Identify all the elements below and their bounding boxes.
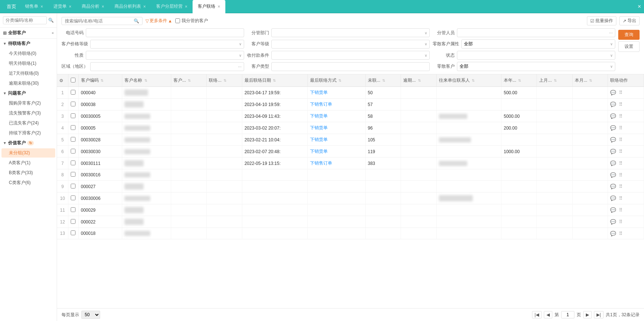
filter-person-select[interactable]: ··· (457, 28, 615, 37)
filter-level-select[interactable]: ∨ (271, 40, 430, 49)
more-icon[interactable]: ⠿ (619, 184, 623, 189)
more-icon[interactable]: ⠿ (619, 219, 623, 225)
tab-close-segment[interactable]: × (185, 4, 187, 9)
contact-icon[interactable]: 💬 (610, 160, 616, 166)
page-number-input[interactable] (561, 311, 574, 318)
tab-sales-order[interactable]: 销售单 × (20, 0, 48, 13)
sidebar-item-today[interactable]: 今天待联络(0) (1, 49, 55, 58)
filter-payment-select[interactable]: ∨ (271, 51, 430, 60)
filter-dept-select[interactable]: ∨ (271, 28, 430, 37)
sidebar-item-class-c[interactable]: C类客户(6) (1, 178, 55, 187)
more-icon[interactable]: ⠿ (619, 125, 623, 131)
reset-button[interactable]: 设置 (618, 41, 640, 52)
tab-customer-segment[interactable]: 客户分层经营 × (151, 0, 193, 13)
batch-operation-btn[interactable]: ☑ 批量操作 (587, 16, 616, 25)
settings-icon[interactable]: ⚙ (59, 78, 63, 83)
filter-attr-select[interactable]: 全部 ∨ (461, 39, 615, 49)
row-select-checkbox[interactable] (71, 219, 75, 224)
prev-page-btn[interactable]: ◀ (544, 311, 552, 318)
row-select-checkbox[interactable] (71, 125, 75, 130)
tab-product-analysis-list[interactable]: 商品分析列表 × (109, 0, 151, 13)
row-select-checkbox[interactable] (71, 90, 75, 95)
contact-icon[interactable]: 💬 (610, 113, 616, 119)
contact-icon[interactable]: 💬 (610, 184, 616, 189)
more-icon[interactable]: ⠿ (619, 113, 623, 119)
contact-method-link[interactable]: 下销货单 (310, 125, 328, 130)
filter-price-select[interactable]: ∨ (90, 40, 244, 49)
sidebar-search-icon[interactable]: 🔍 (48, 18, 54, 23)
contact-icon[interactable]: 💬 (610, 219, 616, 225)
search-icon[interactable]: 🔍 (134, 18, 139, 24)
first-page-btn[interactable]: |◀ (532, 311, 542, 318)
row-select-checkbox[interactable] (71, 102, 75, 106)
select-all-checkbox[interactable] (71, 78, 75, 82)
more-icon[interactable]: ⠿ (619, 195, 623, 201)
contact-icon[interactable]: 💬 (610, 149, 616, 154)
my-customers-check[interactable] (175, 18, 180, 23)
contact-icon[interactable]: 💬 (610, 195, 616, 201)
sidebar-item-abnormal[interactable]: 囤购异常客户(2) (1, 99, 55, 108)
more-icon[interactable]: ⠿ (619, 160, 623, 166)
more-icon[interactable]: ⠿ (619, 149, 623, 154)
contact-method-link[interactable]: 下销售订单 (310, 160, 332, 166)
sidebar-item-declining[interactable]: 持续下滑客户(2) (1, 128, 55, 138)
row-select-checkbox[interactable] (71, 184, 75, 188)
more-icon[interactable]: ⠿ (619, 231, 623, 236)
my-customers-checkbox[interactable]: 我分管的客户 (175, 18, 208, 24)
tab-close-contact[interactable]: × (218, 4, 220, 9)
contact-icon[interactable]: 💬 (610, 172, 616, 178)
tab-close-purchase[interactable]: × (69, 4, 71, 9)
contact-icon[interactable]: 💬 (610, 231, 616, 236)
contact-icon[interactable]: 💬 (610, 90, 616, 95)
tab-close-product-list[interactable]: × (143, 4, 146, 9)
filter-status-select[interactable]: ∨ (457, 51, 615, 60)
sidebar-item-class-a[interactable]: A类客户(1) (1, 158, 55, 167)
row-select-checkbox[interactable] (71, 207, 75, 212)
sidebar-item-ungrouped[interactable]: 未分组(32) (1, 148, 55, 158)
filter-nature-select[interactable]: ∨ (86, 51, 244, 60)
more-conditions-btn[interactable]: ▽ 更多条件 ▲ (145, 18, 172, 24)
contact-icon[interactable]: 💬 (610, 102, 616, 107)
sidebar-item-class-b[interactable]: B类客户(33) (1, 168, 55, 177)
sidebar-group-value[interactable]: ▼ 价值客户 ↻ (0, 138, 57, 148)
sidebar-group-problem[interactable]: ▼ 问题客户 (0, 88, 57, 98)
contact-method-link[interactable]: 下销货单 (310, 137, 328, 142)
close-window-icon[interactable]: × (638, 3, 641, 10)
row-select-checkbox[interactable] (71, 230, 75, 235)
more-icon[interactable]: ⠿ (619, 207, 623, 213)
sidebar-search-input[interactable] (3, 16, 47, 24)
tab-home[interactable]: 首页 (3, 3, 20, 10)
row-select-checkbox[interactable] (71, 137, 75, 142)
sidebar-all-customers[interactable]: ⊞ 全部客户 « (0, 28, 57, 39)
tab-close-product[interactable]: × (102, 4, 104, 9)
export-btn[interactable]: ↗ 导出 (619, 16, 640, 25)
contact-method-link[interactable]: 下销货单 (310, 90, 328, 95)
row-select-checkbox[interactable] (71, 195, 75, 200)
more-icon[interactable]: ⠿ (619, 90, 623, 95)
sidebar-item-churned[interactable]: 已流失客户(24) (1, 119, 55, 128)
contact-method-link[interactable]: 下销货单 (310, 149, 328, 154)
contact-icon[interactable]: 💬 (610, 125, 616, 131)
contact-method-link[interactable]: 下销售订单 (310, 102, 332, 107)
sidebar-item-7days[interactable]: 近7天待联络(0) (1, 69, 55, 78)
contact-icon[interactable]: 💬 (610, 207, 616, 213)
row-select-checkbox[interactable] (71, 172, 75, 177)
tab-purchase-order[interactable]: 进货单 × (48, 0, 77, 13)
last-page-btn[interactable]: ▶| (594, 311, 603, 318)
filter-region-select[interactable]: ··· (90, 62, 244, 71)
tab-close-sales[interactable]: × (41, 4, 43, 9)
sidebar-item-tomorrow[interactable]: 明天待联络(1) (1, 59, 55, 68)
sidebar-group-pending[interactable]: ▼ 待联络客户 (0, 39, 57, 49)
row-select-checkbox[interactable] (71, 113, 75, 118)
row-select-checkbox[interactable] (71, 160, 75, 165)
per-page-select[interactable]: 50 100 200 (81, 311, 100, 319)
contact-icon[interactable]: 💬 (610, 137, 616, 142)
more-icon[interactable]: ⠿ (619, 172, 623, 178)
search-input[interactable] (65, 18, 134, 24)
row-select-checkbox[interactable] (71, 149, 75, 154)
more-icon[interactable]: ⠿ (619, 137, 623, 142)
sidebar-item-overdue[interactable]: 逾期未联络(30) (1, 79, 55, 88)
contact-method-link[interactable]: 下销货单 (310, 113, 328, 119)
next-page-btn[interactable]: ▶ (583, 311, 592, 318)
sidebar-item-churn-risk[interactable]: 流失预警客户(3) (1, 109, 55, 118)
